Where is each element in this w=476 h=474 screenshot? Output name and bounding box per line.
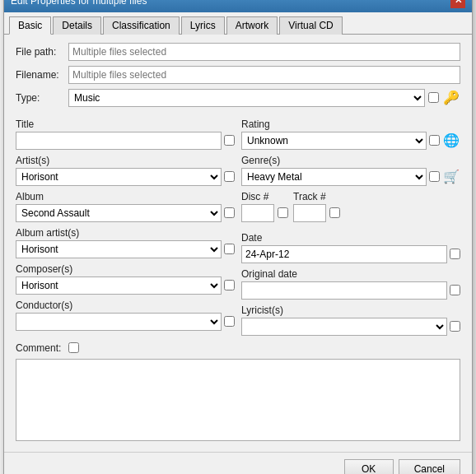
comment-checkbox[interactable] [68, 342, 79, 353]
original-date-checkbox[interactable] [450, 285, 460, 295]
file-path-row: File path: [16, 43, 460, 61]
disc-label: Disc # [241, 191, 288, 202]
conductor-label: Conductor(s) [16, 300, 235, 311]
album-label: Album [16, 191, 235, 202]
track-label: Track # [293, 191, 340, 202]
cancel-button[interactable]: Cancel [399, 459, 460, 475]
dialog-title: Edit Properties for multiple files [11, 0, 147, 7]
tab-bar: Basic Details Classification Lyrics Artw… [4, 12, 472, 35]
comment-textarea[interactable] [16, 359, 460, 441]
conductor-row [16, 313, 235, 331]
lyricist-select[interactable] [241, 318, 447, 336]
type-select[interactable]: Music [68, 89, 425, 107]
composer-row: Horisont [16, 276, 235, 295]
filename-row: Filename: [16, 66, 460, 84]
date-label: Date [241, 232, 460, 244]
type-checkbox[interactable] [428, 92, 439, 103]
type-key-icon[interactable]: 🔑 [442, 89, 460, 107]
tab-basic[interactable]: Basic [9, 16, 51, 35]
composer-label: Composer(s) [16, 263, 235, 275]
album-artist-label: Album artist(s) [16, 227, 235, 239]
date-checkbox[interactable] [450, 249, 460, 259]
left-column: Title Artist(s) Horisont Album [16, 118, 235, 341]
tab-classification[interactable]: Classification [103, 16, 180, 35]
rating-globe-icon[interactable]: 🌐 [442, 132, 460, 150]
original-date-input[interactable] [241, 281, 447, 300]
album-row: Second Assault [16, 204, 235, 222]
track-row [293, 204, 340, 222]
lyricist-checkbox[interactable] [450, 321, 460, 332]
artists-checkbox[interactable] [224, 171, 235, 182]
rating-label: Rating [241, 118, 460, 130]
album-artist-select[interactable]: Horisont [16, 240, 222, 258]
lyricist-row [241, 318, 460, 336]
bottom-bar: OK Cancel [4, 452, 472, 475]
album-artist-checkbox[interactable] [224, 244, 235, 254]
original-date-label: Original date [241, 268, 460, 280]
genre-label: Genre(s) [241, 155, 460, 166]
rating-row: Unknown 🌐 [241, 132, 460, 150]
dialog: Edit Properties for multiple files ✕ Bas… [3, 0, 473, 474]
lyricist-label: Lyricist(s) [241, 304, 460, 316]
title-input[interactable] [16, 132, 222, 150]
date-row [241, 245, 460, 263]
main-fields: Title Artist(s) Horisont Album [16, 118, 460, 341]
title-checkbox[interactable] [224, 135, 235, 146]
genre-cart-icon[interactable]: 🛒 [442, 168, 460, 186]
tab-details[interactable]: Details [53, 16, 101, 35]
file-path-input[interactable] [68, 43, 460, 61]
tab-lyrics[interactable]: Lyrics [181, 16, 225, 35]
track-checkbox[interactable] [329, 207, 340, 218]
date-input[interactable] [241, 245, 447, 263]
artists-label: Artist(s) [16, 155, 235, 166]
tab-artwork[interactable]: Artwork [226, 16, 278, 35]
conductor-checkbox[interactable] [224, 316, 235, 327]
album-select[interactable]: Second Assault [16, 204, 222, 222]
genre-select[interactable]: Heavy Metal [241, 168, 427, 186]
disc-checkbox[interactable] [278, 207, 288, 218]
title-bar: Edit Properties for multiple files ✕ [4, 0, 472, 12]
content-area: File path: Filename: Type: Music 🔑 Title [4, 35, 472, 452]
title-row [16, 132, 235, 150]
original-date-row [241, 281, 460, 300]
track-group: Track # [293, 191, 340, 227]
genre-checkbox[interactable] [429, 171, 440, 182]
composer-checkbox[interactable] [224, 280, 235, 290]
filename-label: Filename: [16, 69, 65, 81]
disc-input[interactable] [241, 204, 274, 222]
artists-select[interactable]: Horisont [16, 168, 222, 186]
album-checkbox[interactable] [224, 207, 235, 218]
type-label: Type: [16, 92, 65, 104]
rating-checkbox[interactable] [429, 135, 440, 146]
filename-input[interactable] [68, 66, 460, 84]
artists-row: Horisont [16, 168, 235, 186]
right-column: Rating Unknown 🌐 Genre(s) Heavy Metal 🛒 [241, 118, 460, 341]
disc-group: Disc # [241, 191, 288, 227]
album-artist-row: Horisont [16, 240, 235, 258]
composer-select[interactable]: Horisont [16, 276, 222, 295]
genre-row: Heavy Metal 🛒 [241, 168, 460, 186]
type-row: Type: Music 🔑 [16, 89, 460, 107]
close-button[interactable]: ✕ [450, 0, 465, 8]
title-label: Title [16, 118, 235, 130]
file-path-label: File path: [16, 46, 65, 58]
tab-virtual-cd[interactable]: Virtual CD [279, 16, 342, 35]
track-input[interactable] [293, 204, 326, 222]
conductor-select[interactable] [16, 313, 222, 331]
disc-row [241, 204, 288, 222]
comment-label: Comment: [16, 342, 65, 354]
rating-select[interactable]: Unknown [241, 132, 427, 150]
ok-button[interactable]: OK [344, 459, 394, 475]
comment-label-row: Comment: [16, 342, 460, 354]
